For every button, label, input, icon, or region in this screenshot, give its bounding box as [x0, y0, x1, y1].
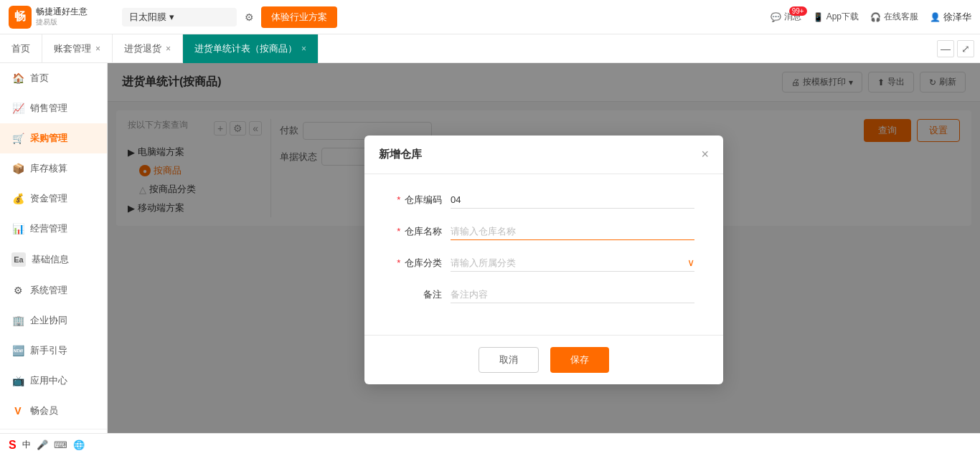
sidebar-item-basic-info[interactable]: Ea 基础信息	[0, 244, 107, 275]
settings-icon[interactable]: ⚙	[242, 11, 255, 24]
sidebar-operations-label: 经营管理	[30, 222, 67, 235]
name-label: * 仓库名称	[393, 225, 451, 238]
bottom-mic-icon[interactable]: 🎤	[37, 440, 48, 450]
sidebar-inventory-label: 库存核算	[30, 162, 67, 175]
sidebar-item-purchase[interactable]: 🛒 采购管理	[0, 123, 107, 153]
bottom-text: 中	[22, 439, 31, 451]
sidebar-guide-label: 新手引导	[30, 344, 67, 357]
header-actions: 💬 消息 99+ 📱 App下载 🎧 在线客服 👤 徐泽华	[771, 11, 971, 24]
bottom-lang-icon[interactable]: 🌐	[73, 440, 85, 450]
tab-purchase-return-label: 进货退货	[124, 42, 161, 55]
sidebar: 🏠 首页 📈 销售管理 🛒 采购管理 📦 库存核算 💰 资金管理 📊 经营管理 …	[0, 63, 108, 456]
form-row-remark: 备注	[393, 286, 694, 303]
basic-info-icon: Ea	[11, 252, 26, 267]
sidebar-item-inventory[interactable]: 📦 库存核算	[0, 153, 107, 184]
finance-icon: 💰	[11, 192, 24, 205]
logo-sub: 捷易版	[36, 17, 88, 27]
main-layout: 🏠 首页 📈 销售管理 🛒 采购管理 📦 库存核算 💰 资金管理 📊 经营管理 …	[0, 63, 980, 456]
apps-icon: 📺	[11, 374, 24, 387]
sidebar-item-home[interactable]: 🏠 首页	[0, 63, 107, 93]
s-logo: S	[9, 439, 17, 452]
guide-icon: 🆕	[11, 344, 24, 357]
messages-badge: 99+	[789, 6, 807, 16]
modal-footer: 取消 保存	[364, 335, 723, 384]
search-box[interactable]: 日太阳膜 ▾	[122, 8, 237, 27]
modal-overlay: 新增仓库 × * 仓库编码 *	[108, 63, 980, 456]
sidebar-sales-label: 销售管理	[30, 102, 67, 115]
category-label: * 仓库分类	[393, 257, 451, 270]
sidebar-item-system[interactable]: ⚙ 系统管理	[0, 275, 107, 305]
phone-icon: 📱	[813, 12, 824, 22]
remark-input[interactable]	[451, 286, 694, 303]
dropdown-arrow-icon: ▾	[169, 11, 174, 22]
modal-close-button[interactable]: ×	[701, 147, 709, 162]
user-name: 徐泽华	[943, 11, 971, 24]
tab-purchase-stats-close[interactable]: ×	[301, 44, 306, 54]
form-row-code: * 仓库编码	[393, 191, 694, 209]
tab-purchase-stats-label: 进货单统计表（按商品）	[194, 42, 297, 55]
modal-body: * 仓库编码 * 仓库名称	[364, 174, 723, 335]
tab-accounts-close[interactable]: ×	[95, 44, 100, 54]
modal-header: 新增仓库 ×	[364, 136, 723, 174]
vip-icon: V	[11, 404, 24, 417]
sidebar-item-operations[interactable]: 📊 经营管理	[0, 214, 107, 244]
online-service-button[interactable]: 🎧 在线客服	[870, 11, 918, 23]
sidebar-item-finance[interactable]: 💰 资金管理	[0, 184, 107, 214]
user-menu[interactable]: 👤 徐泽华	[930, 11, 971, 24]
tab-bar: 首页 账套管理 × 进货退货 × 进货单统计表（按商品） × — ⤢	[0, 34, 980, 63]
app-download-label: App下载	[826, 11, 859, 23]
tab-minimize-button[interactable]: —	[937, 40, 954, 57]
sidebar-home-label: 首页	[30, 72, 49, 85]
form-row-category: * 仓库分类 ∨	[393, 255, 694, 272]
online-service-label: 在线客服	[884, 11, 918, 23]
tab-accounts[interactable]: 账套管理 ×	[42, 34, 113, 63]
headset-icon: 🎧	[870, 12, 881, 22]
sidebar-item-apps[interactable]: 📺 应用中心	[0, 366, 107, 396]
sidebar-system-label: 系统管理	[30, 284, 67, 297]
sidebar-item-vip[interactable]: V 畅会员	[0, 396, 107, 426]
sidebar-enterprise-label: 企业协同	[30, 314, 67, 327]
tab-end-buttons: — ⤢	[937, 40, 980, 57]
tab-purchase-return-close[interactable]: ×	[166, 44, 171, 54]
avatar-icon: 👤	[930, 12, 941, 22]
sidebar-purchase-label: 采购管理	[30, 132, 67, 145]
sidebar-item-enterprise[interactable]: 🏢 企业协同	[0, 305, 107, 336]
message-icon: 💬	[771, 12, 781, 22]
inventory-icon: 📦	[11, 162, 24, 175]
enterprise-icon: 🏢	[11, 314, 24, 327]
required-mark-3: *	[397, 257, 400, 268]
content-area: 进货单统计(按商品) 🖨 按模板打印 ▾ ⬆ 导出 ↻ 刷新	[108, 63, 980, 456]
code-input[interactable]	[451, 191, 694, 209]
required-mark-2: *	[397, 226, 400, 237]
sidebar-item-sales[interactable]: 📈 销售管理	[0, 93, 107, 123]
required-mark: *	[397, 194, 400, 205]
trial-button[interactable]: 体验行业方案	[261, 6, 337, 28]
sidebar-item-guide[interactable]: 🆕 新手引导	[0, 336, 107, 366]
tab-accounts-label: 账套管理	[54, 42, 91, 55]
category-input[interactable]	[451, 255, 687, 271]
name-input[interactable]	[451, 223, 694, 240]
search-value: 日太阳膜	[129, 11, 166, 24]
new-warehouse-modal: 新增仓库 × * 仓库编码 *	[364, 136, 723, 384]
app-download-button[interactable]: 📱 App下载	[813, 11, 859, 23]
code-label: * 仓库编码	[393, 194, 451, 206]
logo-area: 畅 畅捷通好生意 捷易版	[9, 6, 116, 29]
system-icon: ⚙	[11, 284, 24, 297]
tab-expand-button[interactable]: ⤢	[957, 40, 974, 57]
cancel-button[interactable]: 取消	[479, 347, 539, 373]
bottom-status-bar: S 中 🎤 ⌨ 🌐	[0, 433, 980, 456]
logo-icon: 畅	[9, 6, 32, 29]
category-select-wrap: ∨	[451, 255, 694, 272]
messages-button[interactable]: 💬 消息 99+	[771, 11, 801, 23]
logo-text: 畅捷通好生意	[36, 6, 88, 18]
form-row-name: * 仓库名称	[393, 223, 694, 240]
tab-purchase-return[interactable]: 进货退货 ×	[113, 34, 183, 63]
category-chevron-icon: ∨	[687, 257, 694, 268]
bottom-keyboard-icon[interactable]: ⌨	[54, 440, 67, 450]
operations-icon: 📊	[11, 222, 24, 235]
tab-home[interactable]: 首页	[0, 34, 42, 63]
tab-purchase-stats[interactable]: 进货单统计表（按商品） ×	[183, 34, 319, 63]
top-header: 畅 畅捷通好生意 捷易版 日太阳膜 ▾ ⚙ 体验行业方案 💬 消息 99+ 📱 …	[0, 0, 980, 34]
modal-title: 新增仓库	[379, 148, 422, 161]
save-button[interactable]: 保存	[550, 347, 609, 373]
